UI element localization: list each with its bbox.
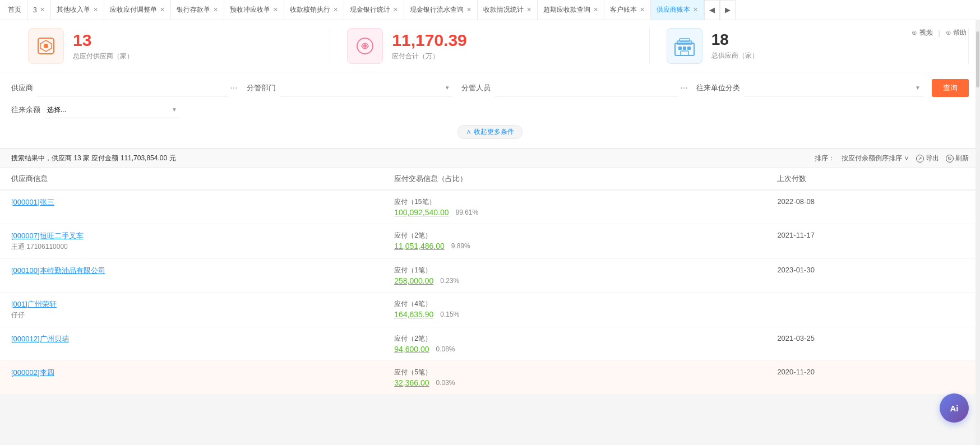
col-header-txn: 应付交易信息（占比） [394, 174, 777, 184]
supplier-cell-1: [000007]恒旺二手叉车 王通 17106110000 [11, 231, 394, 252]
right-scrollbar[interactable] [976, 20, 980, 395]
video-link[interactable]: ⊙ 视频 [912, 28, 932, 38]
stat-block-amount: 11,170.39 应付合计（万） [330, 28, 649, 64]
search-button[interactable]: 查询 [932, 79, 969, 97]
nav-tab-collect-stat[interactable]: 收款情况统计 ✕ [478, 0, 538, 20]
result-prefix: 搜索结果中，供应商 [11, 154, 72, 162]
help-link[interactable]: ⊙ 帮助 [946, 28, 967, 38]
close-tab-collect-exec[interactable]: ✕ [333, 6, 338, 13]
txn-amount-2[interactable]: 258,000.00 [394, 276, 433, 285]
supplier-more-icon[interactable]: ··· [230, 83, 237, 93]
close-tab-ap-adj[interactable]: ✕ [160, 6, 165, 13]
close-tab-supplier-acct[interactable]: ✕ [693, 6, 698, 13]
supplier-link-5[interactable]: [000002]李四 [11, 368, 394, 378]
txn-amount-5[interactable]: 32,366.00 [394, 378, 429, 387]
result-suffix: 元 [169, 154, 176, 162]
balance-select-wrap[interactable]: 选择... ▼ [45, 101, 179, 118]
nav-prev-arrow[interactable]: ◀ [704, 0, 720, 20]
category-select[interactable] [745, 80, 923, 96]
close-tab-bank-deposit[interactable]: ✕ [213, 6, 218, 13]
header-separator: | [939, 29, 940, 37]
close-tab-customer-acct[interactable]: ✕ [640, 6, 645, 13]
txn-amount-1[interactable]: 11,051,486.00 [394, 242, 445, 251]
close-tab-prepay[interactable]: ✕ [273, 6, 278, 13]
lastpay-cell-2: 2023-01-30 [777, 266, 969, 274]
table-row: [000002]李四 应付（5笔） 32,366.00 0.03% 2020-1… [0, 361, 980, 395]
close-tab-collect-stat[interactable]: ✕ [526, 6, 531, 13]
scrollbar-thumb[interactable] [976, 31, 979, 87]
nav-next-arrow[interactable]: ▶ [720, 0, 736, 20]
nav-tab-collect-exec[interactable]: 收款核销执行 ✕ [284, 0, 344, 20]
supplier-link-0[interactable]: [000001]张三 [11, 197, 394, 207]
lastpay-date-1: 2021-11-17 [777, 231, 815, 239]
txn-cell-4: 应付（2笔） 94,600.00 0.08% [394, 334, 777, 354]
close-tab-other-income[interactable]: ✕ [93, 6, 98, 13]
nav-tab-cash-bank-stat[interactable]: 现金银行统计 ✕ [344, 0, 404, 20]
stat-label-total: 总供应商（家） [711, 51, 759, 61]
txn-percent-4: 0.08% [436, 345, 455, 353]
filter-row-1: 供应商 ··· 分管部门 ▼ 分管人员 ··· 往来单位分类 ▼ 查询 [11, 79, 969, 97]
txn-percent-0: 89.61% [456, 208, 479, 216]
svg-point-4 [363, 44, 367, 48]
close-tab-t3[interactable]: ✕ [40, 6, 45, 13]
nav-tab-home[interactable]: 首页 [2, 0, 27, 20]
txn-percent-5: 0.03% [436, 379, 455, 387]
table-row: [000100]本特勤油品有限公司 应付（1笔） 258,000.00 0.23… [0, 259, 980, 293]
person-input[interactable] [495, 80, 678, 96]
stat-info-amount: 11,170.39 应付合计（万） [392, 31, 466, 61]
stat-icon-suppliers [28, 28, 64, 64]
supplier-link-3[interactable]: [001]广州荣轩 [11, 299, 394, 309]
balance-select[interactable]: 选择... [45, 101, 179, 118]
nav-tab-bank-deposit[interactable]: 银行存款单 ✕ [171, 0, 224, 20]
supplier-sub-1: 王通 17106110000 [11, 242, 394, 252]
stat-label-amount: 应付合计（万） [392, 52, 466, 61]
nav-tab-prepay[interactable]: 预收冲应收单 ✕ [224, 0, 284, 20]
result-info: 搜索结果中，供应商 13 家 应付金额 111,703,854.00 元 [11, 154, 176, 163]
supplier-link-4[interactable]: [000012]广州贝瑞 [11, 334, 394, 344]
nav-tab-customer-acct[interactable]: 客户账本 ✕ [604, 0, 651, 20]
collapse-button[interactable]: ∧ 收起更多条件 [457, 125, 522, 139]
supplier-cell-3: [001]广州荣轩 仔仔 [11, 299, 394, 320]
txn-amount-3[interactable]: 164,635.90 [394, 310, 433, 319]
person-more-icon[interactable]: ··· [680, 83, 687, 93]
sort-value-btn[interactable]: 按应付余额倒序排序 ∨ [842, 154, 909, 163]
header-stats: 13 总应付供应商（家） 11,170.39 应付合计（万） [0, 20, 980, 72]
close-tab-overdue[interactable]: ✕ [593, 6, 598, 13]
nav-tab-t3[interactable]: 3 ✕ [27, 0, 51, 20]
txn-amount-0[interactable]: 100,092,540.00 [394, 208, 449, 217]
svg-rect-7 [679, 39, 690, 41]
close-tab-cash-bank-stat[interactable]: ✕ [393, 6, 398, 13]
supplier-link-1[interactable]: [000007]恒旺二手叉车 [11, 231, 394, 241]
close-tab-cash-bank-flow[interactable]: ✕ [466, 6, 471, 13]
top-nav: 首页 3 ✕ 其他收入单 ✕ 应收应付调整单 ✕ 银行存款单 ✕ 预收冲应收单 … [0, 0, 980, 20]
dept-select[interactable] [280, 80, 452, 96]
export-button[interactable]: ↗ 导出 [916, 154, 939, 163]
supplier-link-2[interactable]: [000100]本特勤油品有限公司 [11, 266, 394, 276]
svg-rect-11 [681, 51, 688, 55]
txn-cell-0: 应付（15笔） 100,092,540.00 89.61% [394, 197, 777, 217]
supplier-input[interactable] [38, 80, 228, 96]
supplier-sub-3: 仔仔 [11, 310, 394, 320]
nav-tab-other-income[interactable]: 其他收入单 ✕ [51, 0, 104, 20]
nav-tab-supplier-acct[interactable]: 供应商账本 ✕ [651, 0, 704, 20]
result-actions: 排序： 按应付余额倒序排序 ∨ ↗ 导出 ↻ 刷新 [815, 154, 969, 163]
dept-select-wrap[interactable]: ▼ [280, 80, 452, 96]
stat-icon-total [667, 28, 702, 64]
txn-label-5: 应付（5笔） [394, 368, 777, 377]
person-filter-label: 分管人员 [461, 83, 491, 93]
txn-percent-2: 0.23% [440, 277, 459, 285]
table-row: [000012]广州贝瑞 应付（2笔） 94,600.00 0.08% 2021… [0, 327, 980, 361]
table-header: 供应商信息 应付交易信息（占比） 上次付数 [0, 168, 980, 191]
lastpay-cell-5: 2020-11-20 [777, 368, 969, 376]
category-select-wrap[interactable]: ▼ [745, 80, 923, 96]
txn-amount-4[interactable]: 94,600.00 [394, 345, 429, 354]
svg-rect-10 [687, 47, 691, 50]
nav-tab-cash-bank-flow[interactable]: 现金银行流水查询 ✕ [404, 0, 478, 20]
svg-rect-9 [683, 47, 686, 50]
txn-percent-3: 0.15% [440, 310, 459, 318]
nav-tab-overdue[interactable]: 超期应收款查询 ✕ [538, 0, 604, 20]
nav-tab-ap-adj[interactable]: 应收应付调整单 ✕ [104, 0, 171, 20]
header-right-links: ⊙ 视频 | ⊙ 帮助 [909, 28, 969, 38]
refresh-button[interactable]: ↻ 刷新 [946, 154, 969, 163]
txn-label-1: 应付（2笔） [394, 231, 777, 240]
